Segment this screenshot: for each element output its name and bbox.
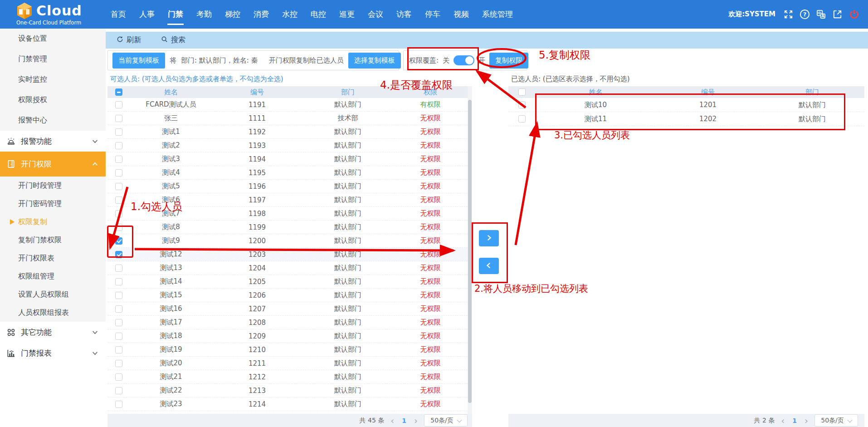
- table-row[interactable]: 测试111202默认部门: [508, 112, 864, 126]
- search-button[interactable]: 搜索: [161, 35, 185, 45]
- sidebar-item-设备位置[interactable]: 设备位置: [0, 29, 106, 49]
- left-next-page-button[interactable]: ›: [413, 416, 419, 425]
- nav-item-梯控[interactable]: 梯控: [224, 8, 241, 21]
- current-template-button[interactable]: 当前复制模板: [112, 53, 165, 69]
- row-checkbox[interactable]: [107, 210, 130, 217]
- table-row[interactable]: 测试231214默认部门无权限: [107, 398, 468, 411]
- table-row[interactable]: 测试21193默认部门无权限: [107, 139, 468, 152]
- checkbox-unchecked[interactable]: [115, 373, 122, 381]
- table-row[interactable]: 测试191210默认部门无权限: [107, 343, 468, 357]
- nav-item-人事[interactable]: 人事: [139, 8, 155, 21]
- checkbox-unchecked[interactable]: [115, 305, 122, 313]
- nav-item-停车[interactable]: 停车: [424, 8, 441, 21]
- checkbox-checked[interactable]: [115, 237, 122, 245]
- table-row[interactable]: 测试91200默认部门无权限: [107, 234, 468, 248]
- sidebar-item-权限授权[interactable]: 权限授权: [0, 90, 106, 110]
- row-checkbox[interactable]: [107, 292, 130, 299]
- sidebar-item-权限复制[interactable]: 权限复制: [0, 213, 106, 231]
- row-checkbox[interactable]: [107, 373, 130, 381]
- checkbox-unchecked[interactable]: [115, 183, 122, 190]
- row-checkbox[interactable]: [107, 333, 130, 340]
- header-checkbox[interactable]: [107, 88, 130, 96]
- header-checkbox-box[interactable]: [115, 88, 122, 96]
- checkbox-unchecked[interactable]: [115, 265, 122, 272]
- nav-item-巡更[interactable]: 巡更: [339, 8, 355, 21]
- nav-item-访客[interactable]: 访客: [396, 8, 412, 21]
- checkbox-unchecked[interactable]: [115, 156, 122, 163]
- sidebar-item-复制门禁权限[interactable]: 复制门禁权限: [0, 231, 106, 249]
- row-checkbox[interactable]: [107, 142, 130, 149]
- row-checkbox[interactable]: [107, 115, 130, 122]
- row-checkbox[interactable]: [107, 360, 130, 367]
- row-checkbox[interactable]: [107, 278, 130, 285]
- sidebar-item-权限组管理[interactable]: 权限组管理: [0, 267, 106, 285]
- checkbox-unchecked[interactable]: [115, 115, 122, 122]
- row-checkbox[interactable]: [107, 265, 130, 272]
- table-row[interactable]: 测试11192默认部门无权限: [107, 125, 468, 139]
- table-row[interactable]: FCARD测试人员1191默认部门有权限: [107, 98, 468, 112]
- table-row[interactable]: 测试141205默认部门无权限: [107, 275, 468, 289]
- row-checkbox[interactable]: [107, 401, 130, 408]
- sidebar-item-设置人员权限组[interactable]: 设置人员权限组: [0, 285, 106, 304]
- checkbox-unchecked[interactable]: [115, 401, 122, 408]
- sidebar-item-开门权限[interactable]: 开门权限: [0, 152, 106, 177]
- table-row[interactable]: 测试51196默认部门无权限: [107, 180, 468, 193]
- nav-item-门禁[interactable]: 门禁: [167, 8, 184, 21]
- checkbox-unchecked[interactable]: [115, 101, 122, 108]
- sidebar-item-报警功能[interactable]: 报警功能: [0, 131, 106, 152]
- sidebar-item-实时监控[interactable]: 实时监控: [0, 69, 106, 90]
- row-checkbox[interactable]: [107, 387, 130, 394]
- move-right-button[interactable]: [479, 230, 499, 246]
- right-prev-page-button[interactable]: ‹: [780, 416, 785, 425]
- row-checkbox[interactable]: [508, 115, 536, 123]
- sidebar-item-报警中心[interactable]: 报警中心: [0, 110, 106, 131]
- row-checkbox[interactable]: [107, 346, 130, 353]
- left-page-size-select[interactable]: 50条/页: [424, 414, 468, 427]
- table-row[interactable]: 测试161207默认部门无权限: [107, 302, 468, 316]
- new-window-icon[interactable]: [832, 9, 843, 20]
- select-template-button[interactable]: 选择复制模板: [348, 53, 401, 69]
- checkbox-unchecked[interactable]: [115, 128, 122, 136]
- table-row[interactable]: 测试81199默认部门无权限: [107, 221, 468, 234]
- translate-icon[interactable]: 申A: [816, 9, 826, 20]
- checkbox-unchecked[interactable]: [518, 115, 526, 123]
- nav-item-系统管理[interactable]: 系统管理: [482, 8, 513, 21]
- sidebar-item-其它功能[interactable]: 其它功能: [0, 322, 106, 343]
- left-prev-page-button[interactable]: ‹: [390, 416, 395, 425]
- override-toggle[interactable]: [454, 55, 474, 65]
- nav-item-水控[interactable]: 水控: [282, 8, 298, 21]
- refresh-button[interactable]: 刷新: [117, 35, 141, 45]
- checkbox-unchecked[interactable]: [115, 292, 122, 299]
- checkbox-unchecked[interactable]: [115, 387, 122, 394]
- row-checkbox[interactable]: [107, 319, 130, 326]
- nav-item-消费[interactable]: 消费: [253, 8, 269, 21]
- row-checkbox[interactable]: [107, 183, 130, 190]
- right-next-page-button[interactable]: ›: [804, 416, 809, 425]
- move-left-button[interactable]: [479, 258, 499, 274]
- table-row[interactable]: 测试211212默认部门无权限: [107, 370, 468, 384]
- table-row[interactable]: 测试171208默认部门无权限: [107, 316, 468, 329]
- right-page-size-select[interactable]: 50条/页: [814, 414, 858, 427]
- row-checkbox[interactable]: [107, 156, 130, 163]
- table-row[interactable]: 测试41195默认部门无权限: [107, 166, 468, 180]
- header-checkbox-box[interactable]: [518, 88, 526, 96]
- checkbox-unchecked[interactable]: [115, 278, 122, 285]
- table-row[interactable]: 测试151206默认部门无权限: [107, 289, 468, 302]
- checkbox-unchecked[interactable]: [115, 224, 122, 231]
- nav-item-会议[interactable]: 会议: [367, 8, 384, 21]
- help-icon[interactable]: ?: [800, 9, 810, 20]
- nav-item-视频[interactable]: 视频: [453, 8, 469, 21]
- sidebar-item-开门时段管理[interactable]: 开门时段管理: [0, 177, 106, 195]
- table-row[interactable]: 测试221213默认部门无权限: [107, 384, 468, 398]
- nav-item-考勤[interactable]: 考勤: [196, 8, 212, 21]
- checkbox-unchecked[interactable]: [115, 169, 122, 177]
- nav-item-电控[interactable]: 电控: [310, 8, 327, 21]
- table-row[interactable]: 测试181209默认部门无权限: [107, 329, 468, 343]
- row-checkbox[interactable]: [107, 224, 130, 231]
- fullscreen-icon[interactable]: [783, 9, 794, 20]
- checkbox-unchecked[interactable]: [115, 210, 122, 217]
- power-icon[interactable]: [848, 9, 860, 20]
- table-row[interactable]: 测试71198默认部门无权限: [107, 207, 468, 221]
- checkbox-unchecked[interactable]: [115, 196, 122, 204]
- sidebar-item-人员权限组报表[interactable]: 人员权限组报表: [0, 304, 106, 322]
